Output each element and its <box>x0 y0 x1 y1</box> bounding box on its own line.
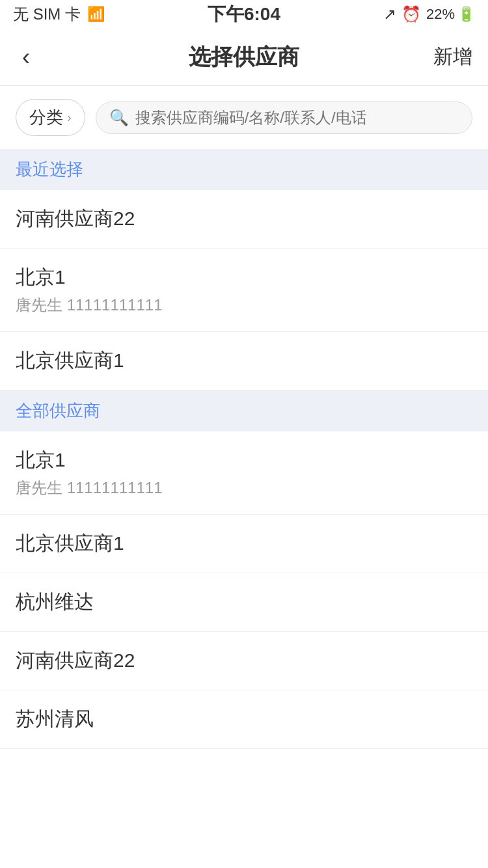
status-bar: 无 SIM 卡 📶 下午6:04 ↗ ⏰ 22% 🔋 <box>0 0 488 29</box>
item-name: 苏州清风 <box>16 706 472 733</box>
list-item[interactable]: 北京供应商1 <box>0 332 488 390</box>
status-time: 下午6:04 <box>208 2 280 27</box>
status-right: ↗ ⏰ 22% 🔋 <box>383 5 475 23</box>
list-item[interactable]: 河南供应商22 <box>0 190 488 249</box>
item-sub: 唐先生 11111111111 <box>16 478 472 498</box>
nav-bar: ‹ 选择供应商 新增 <box>0 29 488 86</box>
status-left: 无 SIM 卡 📶 <box>13 4 105 25</box>
recent-section-label: 最近选择 <box>16 159 83 179</box>
add-button[interactable]: 新增 <box>433 44 472 70</box>
all-section-label: 全部供应商 <box>16 401 100 420</box>
list-item[interactable]: 河南供应商22 <box>0 632 488 690</box>
battery-indicator: 22% 🔋 <box>426 6 475 23</box>
battery-percent: 22% <box>426 6 455 23</box>
list-item[interactable]: 杭州维达 <box>0 573 488 632</box>
item-name: 杭州维达 <box>16 589 472 616</box>
wifi-icon: 📶 <box>87 6 105 23</box>
recent-section-header: 最近选择 <box>0 149 488 190</box>
item-name: 河南供应商22 <box>16 647 472 674</box>
location-icon: ↗ <box>383 5 396 23</box>
all-section-header: 全部供应商 <box>0 390 488 431</box>
item-sub: 唐先生 11111111111 <box>16 295 472 316</box>
item-name: 北京1 <box>16 264 472 291</box>
item-name: 北京供应商1 <box>16 530 472 557</box>
page-title: 选择供应商 <box>189 42 299 72</box>
search-input[interactable] <box>135 109 459 127</box>
filter-bar: 分类 › 🔍 <box>0 86 488 149</box>
back-button[interactable]: ‹ <box>16 37 36 77</box>
category-button[interactable]: 分类 › <box>16 99 85 136</box>
list-item[interactable]: 北京1唐先生 11111111111 <box>0 431 488 515</box>
search-icon: 🔍 <box>109 109 129 127</box>
list-item[interactable]: 苏州清风 <box>0 690 488 749</box>
battery-icon: 🔋 <box>457 6 475 23</box>
item-name: 北京1 <box>16 447 472 474</box>
list-item[interactable]: 北京1唐先生 11111111111 <box>0 249 488 332</box>
item-name: 北京供应商1 <box>16 347 472 374</box>
chevron-right-icon: › <box>67 110 72 125</box>
recent-items-list: 河南供应商22北京1唐先生 11111111111北京供应商1 <box>0 190 488 390</box>
item-name: 河南供应商22 <box>16 206 472 232</box>
list-item[interactable]: 北京供应商1 <box>0 515 488 573</box>
alarm-icon: ⏰ <box>401 5 421 23</box>
search-box[interactable]: 🔍 <box>96 102 472 134</box>
category-label: 分类 <box>29 106 63 129</box>
all-items-list: 北京1唐先生 11111111111北京供应商1杭州维达河南供应商22苏州清风 <box>0 431 488 749</box>
sim-label: 无 SIM 卡 <box>13 4 81 25</box>
